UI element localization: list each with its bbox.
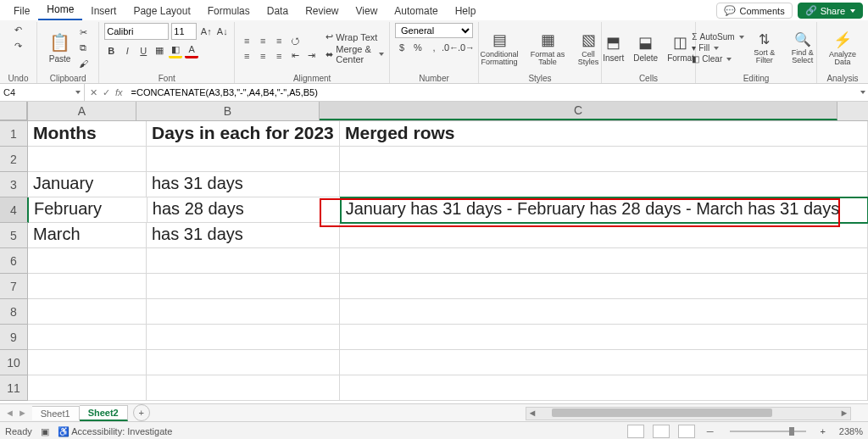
borders-button[interactable]: ▦ [153, 44, 166, 58]
row-header-7[interactable]: 7 [0, 274, 28, 299]
fill-color-button[interactable]: ◧ [169, 42, 182, 58]
formula-bar-input[interactable] [128, 84, 856, 101]
number-format-combo[interactable]: General [395, 23, 473, 38]
zoom-level[interactable]: 238% [839, 426, 863, 436]
row-header-5[interactable]: 5 [0, 223, 28, 248]
align-middle-button[interactable]: ≡ [256, 34, 270, 47]
sheet-nav-prev[interactable]: ◄ [5, 408, 14, 418]
undo-button[interactable]: ↶ [12, 23, 25, 36]
row-header-8[interactable]: 8 [0, 299, 28, 325]
increase-decimal-button[interactable]: .0← [443, 41, 457, 54]
comments-button[interactable]: 💬 Comments [716, 3, 792, 19]
cell-b7[interactable] [147, 274, 340, 299]
cell-c8[interactable] [340, 299, 868, 325]
underline-button[interactable]: U [136, 44, 150, 58]
tab-insert[interactable]: Insert [82, 3, 125, 20]
tab-home[interactable]: Home [38, 1, 82, 20]
font-name-combo[interactable] [104, 23, 169, 40]
scroll-left-button[interactable]: ◄ [526, 408, 538, 418]
cell-b5[interactable]: has 31 days [147, 223, 340, 248]
cell-c2[interactable] [340, 147, 868, 172]
increase-indent-button[interactable]: ⇥ [304, 49, 318, 63]
insert-cells-button[interactable]: ⬒ Insert [599, 31, 627, 64]
delete-cells-button[interactable]: ⬓ Delete [630, 31, 661, 64]
sheet-tab-sheet1[interactable]: Sheet1 [32, 406, 80, 420]
view-normal-button[interactable] [627, 425, 644, 438]
insert-function-button[interactable]: fx [115, 87, 123, 97]
accessibility-status[interactable]: ♿ Accessibility: Investigate [58, 426, 173, 437]
copy-button[interactable]: ⧉ [76, 42, 90, 55]
cell-a8[interactable] [28, 299, 147, 325]
row-header-9[interactable]: 9 [0, 325, 28, 350]
select-all-corner[interactable] [0, 102, 28, 120]
scroll-thumb[interactable] [552, 408, 772, 417]
scroll-right-button[interactable]: ► [838, 408, 850, 418]
cell-b1[interactable]: Days in each for 2023 [147, 121, 340, 147]
cell-b4[interactable]: has 28 days [147, 197, 341, 223]
tab-data[interactable]: Data [259, 3, 297, 20]
tab-view[interactable]: View [348, 3, 387, 20]
tab-formulas[interactable]: Formulas [199, 3, 259, 20]
cell-c4[interactable]: January has 31 days - February has 28 da… [341, 197, 868, 223]
view-page-layout-button[interactable] [653, 425, 670, 438]
cut-button[interactable]: ✂ [76, 26, 90, 40]
find-select-button[interactable]: 🔍 Find & Select [785, 30, 821, 66]
enter-formula-button[interactable]: ✓ [103, 87, 110, 98]
align-right-button[interactable]: ≡ [272, 49, 286, 63]
cell-c7[interactable] [340, 274, 868, 299]
row-header-10[interactable]: 10 [0, 350, 28, 375]
cell-b3[interactable]: has 31 days [147, 172, 340, 197]
format-as-table-button[interactable]: ▦ Format as Table [526, 29, 569, 68]
row-header-6[interactable]: 6 [0, 248, 28, 274]
bold-button[interactable]: B [104, 44, 118, 58]
view-page-break-button[interactable] [678, 425, 695, 438]
paste-button[interactable]: 📋 Paste [46, 31, 75, 65]
cell-a3[interactable]: January [28, 172, 147, 197]
col-header-a[interactable]: A [28, 102, 136, 120]
redo-button[interactable]: ↷ [12, 39, 25, 53]
new-sheet-button[interactable]: + [133, 404, 150, 421]
cell-b6[interactable] [147, 248, 340, 274]
tab-help[interactable]: Help [447, 3, 485, 20]
name-box[interactable]: C4 [0, 84, 85, 101]
orientation-button[interactable]: ⭯ [288, 34, 302, 47]
tab-page-layout[interactable]: Page Layout [125, 3, 198, 20]
row-header-4[interactable]: 4 [0, 197, 29, 223]
sheet-nav-next[interactable]: ► [18, 408, 27, 418]
cell-b8[interactable] [147, 299, 340, 325]
cell-c11[interactable] [340, 375, 868, 401]
formula-bar-expand[interactable] [856, 84, 868, 101]
analyze-data-button[interactable]: ⚡ Analyze Data [822, 29, 863, 68]
accounting-format-button[interactable]: $ [395, 41, 409, 54]
horizontal-scrollbar[interactable]: ◄ ► [526, 407, 851, 420]
cell-c3[interactable] [340, 172, 868, 197]
share-button[interactable]: 🔗 Share [798, 3, 863, 19]
cell-c10[interactable] [340, 350, 868, 375]
cell-c6[interactable] [340, 248, 868, 274]
cell-a9[interactable] [28, 325, 147, 350]
cell-a11[interactable] [28, 375, 147, 401]
row-header-2[interactable]: 2 [0, 147, 28, 172]
row-header-3[interactable]: 3 [0, 172, 28, 197]
cell-a5[interactable]: March [28, 223, 147, 248]
comma-format-button[interactable]: , [427, 41, 441, 54]
sheet-tab-sheet2[interactable]: Sheet2 [80, 405, 128, 421]
align-top-button[interactable]: ≡ [240, 34, 253, 47]
align-bottom-button[interactable]: ≡ [272, 34, 286, 47]
cell-a1[interactable]: Months [28, 121, 147, 147]
tab-file[interactable]: File [5, 3, 38, 20]
cancel-formula-button[interactable]: ✕ [90, 87, 97, 98]
cell-c5[interactable] [340, 223, 868, 248]
row-header-11[interactable]: 11 [0, 375, 28, 401]
decrease-decimal-button[interactable]: .0→ [459, 41, 473, 54]
cell-b9[interactable] [147, 325, 340, 350]
row-header-1[interactable]: 1 [0, 121, 28, 147]
cell-a10[interactable] [28, 350, 147, 375]
percent-format-button[interactable]: % [411, 41, 425, 54]
align-center-button[interactable]: ≡ [256, 49, 270, 63]
macro-record-icon[interactable]: ▣ [41, 426, 49, 437]
font-size-combo[interactable] [171, 23, 197, 40]
col-header-c[interactable]: C [320, 102, 837, 120]
merge-center-button[interactable]: ⬌ Merge & Center [326, 44, 384, 64]
zoom-slider[interactable] [730, 431, 806, 432]
